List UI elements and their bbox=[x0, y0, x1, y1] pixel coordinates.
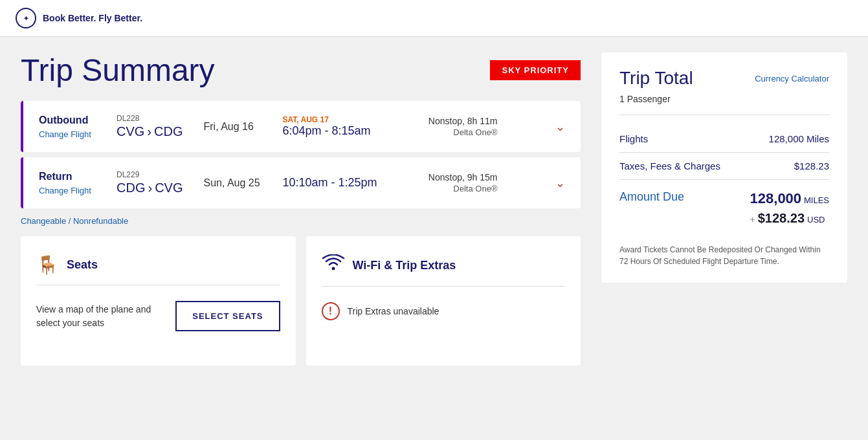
outbound-route: CVG › CDG bbox=[117, 124, 183, 139]
wifi-card-header: Wi-Fi & Trip Extras bbox=[322, 254, 566, 287]
trip-total-header: Trip Total Currency Calculator bbox=[619, 68, 829, 89]
usd-amount: $128.23 bbox=[758, 211, 805, 226]
outbound-from: CVG bbox=[117, 124, 144, 139]
sky-priority-badge: SKY PRIORITY bbox=[490, 60, 581, 80]
outbound-label: Outbound bbox=[39, 115, 117, 126]
outbound-route-info: DL228 CVG › CDG Fri, Aug 16 SAT, AUG 17 … bbox=[117, 114, 545, 139]
miles-label: MILES bbox=[804, 195, 829, 205]
return-time: 10:10am - 1:25pm bbox=[282, 176, 386, 190]
return-from: CDG bbox=[117, 181, 145, 195]
page-title: Trip Summary bbox=[21, 52, 215, 88]
outbound-chevron-icon[interactable]: ⌄ bbox=[555, 120, 565, 134]
return-label: Return bbox=[39, 171, 117, 182]
passenger-info: 1 Passenger bbox=[619, 94, 829, 115]
plus-sign: + bbox=[750, 214, 755, 225]
taxes-cost-row: Taxes, Fees & Charges $128.23 bbox=[619, 153, 829, 180]
return-flight-details: DL229 CDG › CVG bbox=[117, 170, 183, 195]
seats-card: 🪑 Seats View a map of the plane and sele… bbox=[21, 236, 296, 366]
left-panel: Trip Summary SKY PRIORITY Outbound Chang… bbox=[21, 52, 581, 366]
bottom-cards-row: 🪑 Seats View a map of the plane and sele… bbox=[21, 236, 581, 366]
trip-extras-text: Trip Extras unavailable bbox=[348, 306, 440, 316]
miles-amount: 128,000 bbox=[750, 190, 802, 206]
taxes-label: Taxes, Fees & Charges bbox=[619, 160, 720, 171]
miles-amount-row: 128,000 MILES bbox=[750, 190, 829, 207]
page-title-row: Trip Summary SKY PRIORITY bbox=[21, 52, 581, 88]
right-panel: Trip Total Currency Calculator 1 Passeng… bbox=[601, 52, 847, 366]
return-date: Sun, Aug 25 bbox=[203, 177, 262, 189]
outbound-time-block: SAT, AUG 17 6:04pm - 8:15am bbox=[282, 115, 386, 138]
outbound-flight-details: DL228 CVG › CDG bbox=[117, 114, 183, 139]
wifi-card: Wi-Fi & Trip Extras ! Trip Extras unavai… bbox=[306, 236, 581, 366]
amount-due-row: Amount Due 128,000 MILES + $128.23 USD bbox=[619, 180, 829, 234]
logo-icon: ✦ bbox=[16, 8, 36, 28]
return-flight-meta: Nonstop, 9h 15m Delta One® bbox=[406, 172, 497, 193]
return-cabin: Delta One® bbox=[406, 184, 497, 193]
outbound-cabin: Delta One® bbox=[406, 127, 497, 137]
taxes-value: $128.23 bbox=[794, 160, 829, 171]
outbound-left: Outbound Change Flight bbox=[39, 115, 117, 139]
select-seats-button[interactable]: SELECT SEATS bbox=[175, 301, 280, 331]
warning-icon: ! bbox=[322, 302, 340, 320]
trip-total-title: Trip Total bbox=[619, 68, 693, 89]
return-chevron-icon[interactable]: ⌄ bbox=[555, 176, 565, 190]
return-arrow: › bbox=[148, 181, 152, 195]
usd-amount-row: + $128.23 USD bbox=[750, 211, 829, 226]
header: ✦ Book Better. Fly Better. bbox=[0, 0, 868, 37]
return-to: CVG bbox=[155, 181, 183, 195]
wifi-icon bbox=[322, 254, 345, 277]
seat-icon: 🪑 bbox=[36, 254, 59, 276]
award-notice: Award Tickets Cannot Be Redeposited Or C… bbox=[619, 244, 829, 267]
seats-card-title: Seats bbox=[67, 258, 98, 272]
amount-due-label: Amount Due bbox=[619, 190, 684, 204]
outbound-arrival-date: SAT, AUG 17 bbox=[282, 115, 386, 124]
amount-due-value: 128,000 MILES + $128.23 USD bbox=[750, 190, 829, 226]
return-time-block: 10:10am - 1:25pm bbox=[282, 176, 386, 190]
return-route: CDG › CVG bbox=[117, 181, 183, 195]
outbound-change-flight-link[interactable]: Change Flight bbox=[39, 129, 91, 139]
return-flight-number: DL229 bbox=[117, 170, 183, 179]
outbound-arrow: › bbox=[147, 124, 151, 139]
seats-card-header: 🪑 Seats bbox=[36, 254, 280, 285]
return-nonstop: Nonstop, 9h 15m bbox=[406, 172, 497, 182]
usd-label: USD bbox=[807, 215, 825, 225]
return-left: Return Change Flight bbox=[39, 171, 117, 195]
outbound-flight-card: Outbound Change Flight DL228 CVG › CDG F… bbox=[21, 101, 581, 152]
seats-card-desc: View a map of the plane and select your … bbox=[36, 303, 162, 330]
wifi-card-title: Wi-Fi & Trip Extras bbox=[353, 259, 456, 272]
outbound-flight-meta: Nonstop, 8h 11m Delta One® bbox=[406, 116, 497, 137]
flights-value: 128,000 Miles bbox=[769, 133, 829, 144]
return-change-flight-link[interactable]: Change Flight bbox=[39, 186, 91, 195]
outbound-date: Fri, Aug 16 bbox=[203, 121, 262, 133]
outbound-time: 6:04pm - 8:15am bbox=[282, 124, 386, 138]
flights-label: Flights bbox=[619, 133, 648, 144]
flights-cost-row: Flights 128,000 Miles bbox=[619, 126, 829, 153]
seats-card-body: View a map of the plane and select your … bbox=[36, 296, 280, 331]
outbound-nonstop: Nonstop, 8h 11m bbox=[406, 116, 497, 126]
return-route-info: DL229 CDG › CVG Sun, Aug 25 10:10am - 1:… bbox=[117, 170, 545, 195]
outbound-to: CDG bbox=[154, 124, 183, 139]
changeable-nonrefundable-text[interactable]: Changeable / Nonrefundable bbox=[21, 216, 581, 226]
logo-text: Book Better. Fly Better. bbox=[43, 13, 142, 23]
trip-total-card: Trip Total Currency Calculator 1 Passeng… bbox=[601, 52, 847, 283]
svg-point-0 bbox=[331, 267, 335, 270]
return-flight-card: Return Change Flight DL229 CDG › CVG Sun… bbox=[21, 157, 581, 208]
trip-extras-unavailable: ! Trip Extras unavailable bbox=[322, 297, 566, 320]
outbound-flight-number: DL228 bbox=[117, 114, 183, 123]
main-content: Trip Summary SKY PRIORITY Outbound Chang… bbox=[0, 37, 868, 381]
currency-calculator-link[interactable]: Currency Calculator bbox=[755, 74, 829, 83]
